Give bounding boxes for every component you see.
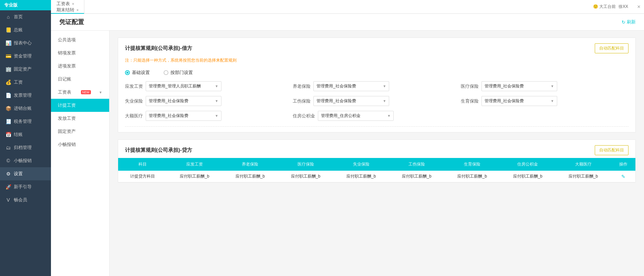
- sidebar-item-archive[interactable]: 🗂 归档管理: [0, 141, 51, 154]
- debit-select-4[interactable]: 管理费用_社会保险费 ▼: [313, 96, 389, 106]
- left-nav-label-common: 公共选项: [58, 37, 76, 43]
- left-nav-journal[interactable]: 日记账: [51, 73, 109, 86]
- left-nav-label-fixed-assets: 固定资产: [58, 128, 76, 135]
- sidebar-label-tax: 税务管理: [14, 118, 32, 125]
- sidebar-label-salary: 工资: [14, 79, 23, 85]
- debit-select-3[interactable]: 管理费用_社会保险费 ▼: [146, 96, 221, 106]
- debit-select-5[interactable]: 管理费用_社会保险费 ▼: [481, 96, 557, 106]
- table-row: 计提贷方科目应付职工薪酬_b应付职工薪酬_b应付职工薪酬_b应付职工薪酬_b应付…: [118, 171, 635, 182]
- inventory-icon: 📦: [6, 106, 11, 111]
- tab-payroll[interactable]: 工资表×: [51, 1, 84, 7]
- sidebar-label-member: 畅会员: [14, 197, 27, 203]
- debit-section: 计提核算规则(公司承担)-借方 自动匹配科目 注：只能选择一种方式，系统将按照您…: [118, 38, 636, 132]
- left-nav-payroll-table[interactable]: 工资表NEW▼: [51, 86, 109, 99]
- debit-label-2: 医疗保险: [461, 83, 479, 89]
- credit-col-3: 医疗保险: [278, 158, 333, 171]
- sidebar-item-salary[interactable]: 💰 工资: [0, 76, 51, 89]
- sidebar-item-ledger[interactable]: 📒 总账: [0, 23, 51, 36]
- refresh-button[interactable]: ↻ 刷新: [622, 19, 636, 25]
- sidebar-item-guide[interactable]: 🚀 新手引导: [0, 180, 51, 193]
- debit-label-4: 工伤保险: [293, 98, 311, 104]
- settings-icon: ⚙: [6, 171, 11, 177]
- debit-label-1: 养老保险: [293, 83, 311, 89]
- debit-label-3: 失业保险: [125, 98, 143, 104]
- credit-cell-0-7: 应付职工薪酬_b: [555, 171, 611, 182]
- credit-section-header: 计提核算规则(公司承担)-贷方 自动匹配科目: [118, 140, 635, 158]
- radio-basic-label: 基础设置: [132, 70, 150, 76]
- sidebar-label-reports: 报表中心: [14, 40, 32, 46]
- sidebar-item-funds[interactable]: 💳 资金管理: [0, 50, 51, 63]
- sidebar-item-xcreport[interactable]: © 小畅报销: [0, 154, 51, 167]
- debit-form-item-0: 应发工资 管理费用_管理人员职工薪酬 ▼: [125, 81, 293, 91]
- sidebar-item-assets[interactable]: 🏢 固定资产: [0, 63, 51, 76]
- credit-title: 计提核算规则(公司承担)-贷方: [125, 147, 192, 153]
- sidebar-label-assets: 固定资产: [14, 66, 32, 72]
- debit-form-item-5: 生育保险 管理费用_社会保险费 ▼: [461, 96, 629, 106]
- debit-auto-match-button[interactable]: 自动匹配科目: [595, 43, 629, 53]
- tab-close-voucher-config[interactable]: ×: [76, 14, 79, 18]
- debit-select-1[interactable]: 管理费用_社会保险费 ▼: [313, 81, 389, 91]
- radio-dept-label: 按部门设置: [170, 70, 193, 76]
- left-nav-xcreport2[interactable]: 小畅报销: [51, 138, 109, 151]
- sidebar-item-settings[interactable]: ⚙ 设置: [0, 167, 51, 180]
- home-icon: ⌂: [6, 14, 11, 20]
- left-nav-pay-salary[interactable]: 发放工资: [51, 112, 109, 125]
- xcreport-icon: ©: [6, 158, 11, 163]
- sidebar-item-reports[interactable]: 📊 报表中心: [0, 36, 51, 50]
- debit-select-value-7: 管理费用_住房公积金: [321, 113, 386, 119]
- credit-col-8: 大额医疗: [555, 158, 611, 171]
- credit-col-6: 生育保险: [445, 158, 500, 171]
- debit-select-0[interactable]: 管理费用_管理人员职工薪酬 ▼: [146, 81, 221, 91]
- credit-subject-0: 计提贷方科目: [118, 171, 167, 182]
- refresh-icon: ↻: [622, 20, 625, 25]
- radio-basic[interactable]: 基础设置: [125, 70, 150, 76]
- radio-dept[interactable]: 按部门设置: [164, 70, 193, 76]
- credit-cell-0-2: 应付职工薪酬_b: [278, 171, 333, 182]
- sidebar-label-archive: 归档管理: [14, 145, 32, 151]
- debit-select-arrow-2: ▼: [551, 84, 554, 88]
- credit-auto-match-button[interactable]: 自动匹配科目: [595, 145, 629, 155]
- debit-select-2[interactable]: 管理费用_社会保险费 ▼: [481, 81, 557, 91]
- member-icon: V: [6, 197, 11, 203]
- debit-select-value-0: 管理费用_管理人员职工薪酬: [149, 83, 214, 89]
- tab-close-payroll[interactable]: ×: [72, 2, 74, 6]
- arrow-payroll-table: ▼: [99, 91, 102, 94]
- debit-notice: 注：只能选择一种方式，系统将按照您当前的选择来配置规则: [118, 56, 635, 67]
- debit-select-value-6: 管理费用_社会保险费: [149, 113, 214, 119]
- sidebar-label-closing: 结账: [14, 131, 23, 138]
- sidebar-label-inventory: 进销台账: [14, 105, 32, 112]
- sidebar-item-tax[interactable]: 🧾 税务管理: [0, 115, 51, 128]
- left-nav-sales-invoice[interactable]: 销项发票: [51, 46, 109, 60]
- left-nav-calc-salary[interactable]: 计提工资: [51, 99, 109, 112]
- debit-select-6[interactable]: 管理费用_社会保险费 ▼: [146, 111, 221, 121]
- close-button[interactable]: ×: [634, 0, 644, 14]
- sidebar-label-settings: 设置: [14, 171, 23, 177]
- debit-label-0: 应发工资: [125, 83, 143, 89]
- debit-form-item-6: 大额医疗 管理费用_社会保险费 ▼: [125, 111, 293, 121]
- reports-icon: 📊: [6, 40, 11, 46]
- sidebar-item-home[interactable]: ⌂ 首页: [0, 10, 51, 23]
- tab-bar: 首页工资表×期末结转×凭证配置× 🙂 大工台前 徐XX ×: [51, 0, 644, 14]
- edit-icon-0[interactable]: ✎: [621, 174, 625, 179]
- left-nav-fixed-assets[interactable]: 固定资产: [51, 125, 109, 138]
- debit-select-7[interactable]: 管理费用_住房公积金 ▼: [318, 111, 394, 121]
- sidebar-item-closing[interactable]: 📅 结账: [0, 128, 51, 141]
- debit-form-item-7: 住房公积金 管理费用_住房公积金 ▼: [293, 111, 460, 121]
- left-nav-purchase-invoice[interactable]: 进项发票: [51, 60, 109, 73]
- tab-label-period-closing: 期末结转: [56, 7, 74, 13]
- new-badge-payroll-table: NEW: [81, 90, 91, 94]
- sidebar-label-home: 首页: [14, 14, 23, 20]
- sidebar-label-funds: 资金管理: [14, 53, 32, 59]
- closing-icon: 📅: [6, 132, 11, 137]
- sidebar-item-invoices[interactable]: 📄 发票管理: [0, 89, 51, 102]
- left-nav-common[interactable]: 公共选项: [51, 33, 109, 46]
- ledger-icon: 📒: [6, 27, 11, 33]
- sidebar-item-inventory[interactable]: 📦 进销台账: [0, 102, 51, 115]
- left-nav: 公共选项销项发票进项发票日记账工资表NEW▼计提工资发放工资固定资产小畅报销: [51, 31, 110, 276]
- page-title: 凭证配置: [59, 18, 84, 26]
- sidebar-item-member[interactable]: V 畅会员: [0, 193, 51, 206]
- tab-period-closing[interactable]: 期末结转×: [51, 7, 84, 13]
- sidebar: 专业版 ⌂ 首页📒 总账📊 报表中心💳 资金管理🏢 固定资产💰 工资📄 发票管理…: [0, 0, 51, 276]
- tab-close-period-closing[interactable]: ×: [76, 8, 79, 12]
- user-info: 🙂 大工台前: [593, 4, 616, 10]
